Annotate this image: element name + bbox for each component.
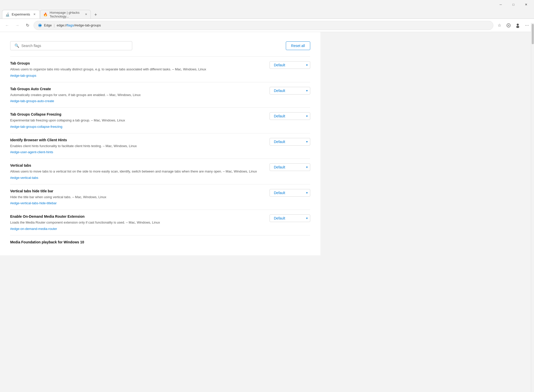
flags-container: Tab GroupsAllows users to organize tabs … (10, 56, 310, 250)
favorites-icon[interactable]: ☆ (495, 21, 503, 29)
main-content: 🔍 Reset all Tab GroupsAllows users to or… (0, 32, 320, 255)
edge-logo-icon (38, 23, 42, 27)
flag-select-wrapper-tab-groups-auto-create: DefaultEnabledDisabled▾ (270, 87, 310, 95)
flag-link-vertical-tabs-hide-titlebar[interactable]: #edge-vertical-tabs-hide-titlebar (10, 201, 57, 205)
reload-button[interactable]: ↻ (23, 21, 32, 29)
url-text: edge://flags/#edge-tab-groups (57, 23, 489, 27)
flag-item-identify-browser-client-hints: Identify Browser with Client HintsEnable… (10, 133, 310, 159)
flag-select-tab-groups-collapse-freezing[interactable]: DefaultEnabledDisabled (270, 112, 310, 120)
flag-info-on-demand-media-router: Enable On-Demand Media Router ExtensionL… (10, 214, 263, 231)
flag-title-tab-groups-collapse-freezing: Tab Groups Collapse Freezing (10, 112, 263, 116)
url-brand: Edge (44, 23, 52, 27)
flag-item-tab-groups-auto-create: Tab Groups Auto CreateAutomatically crea… (10, 82, 310, 108)
flag-select-wrapper-vertical-tabs-hide-titlebar: DefaultEnabledDisabled▾ (270, 189, 310, 197)
flag-item-vertical-tabs: Vertical tabsAllows users to move tabs t… (10, 159, 310, 184)
collections-icon[interactable] (505, 21, 513, 29)
search-input[interactable] (21, 44, 128, 48)
flag-desc-on-demand-media-router: Loads the Media Router component extensi… (10, 220, 263, 225)
address-bar: ← → ↻ Edge | edge://flags/#edge-tab-grou… (0, 19, 534, 32)
tab-ghacks-close[interactable]: ✕ (84, 12, 87, 17)
flag-item-vertical-tabs-hide-titlebar: Vertical tabs hide title barHide the tit… (10, 184, 310, 210)
tab-experiments-label: Experiments (12, 12, 30, 16)
url-bar[interactable]: Edge | edge://flags/#edge-tab-groups (34, 21, 493, 30)
forward-button[interactable]: → (13, 21, 21, 29)
svg-point-4 (516, 26, 519, 28)
tab-ghacks-label: Homepage | gHacks Technology... (50, 11, 82, 18)
flag-info-tab-groups-collapse-freezing: Tab Groups Collapse FreezingExperimental… (10, 112, 263, 129)
flag-select-tab-groups-auto-create[interactable]: DefaultEnabledDisabled (270, 87, 310, 95)
minimize-button[interactable]: ─ (495, 0, 507, 9)
flag-info-vertical-tabs: Vertical tabsAllows users to move tabs t… (10, 163, 263, 180)
maximize-button[interactable]: □ (508, 0, 519, 9)
flag-link-tab-groups-auto-create[interactable]: #edge-tab-groups-auto-create (10, 99, 54, 103)
flag-desc-identify-browser-client-hints: Enables client hints functionality to fa… (10, 144, 263, 149)
flag-title-tab-groups: Tab Groups (10, 61, 263, 65)
flag-select-wrapper-identify-browser-client-hints: DefaultEnabledDisabled▾ (270, 138, 310, 146)
tab-experiments-close[interactable]: ✕ (32, 12, 37, 17)
flag-info-tab-groups: Tab GroupsAllows users to organize tabs … (10, 61, 263, 77)
search-box: 🔍 (10, 41, 132, 50)
flag-title-on-demand-media-router: Enable On-Demand Media Router Extension (10, 214, 263, 218)
flag-desc-vertical-tabs-hide-titlebar: Hide the title bar when using vertical t… (10, 195, 263, 200)
search-area: 🔍 Reset all (10, 37, 310, 56)
flag-title-vertical-tabs: Vertical tabs (10, 163, 263, 167)
close-button[interactable]: ✕ (520, 0, 532, 9)
title-bar: ─ □ ✕ (0, 0, 534, 9)
flag-select-on-demand-media-router[interactable]: DefaultEnabledDisabled (270, 214, 310, 222)
tab-experiments[interactable]: 🔬 Experiments ✕ (2, 10, 40, 19)
flag-info-media-foundation-playback-win10: Media Foundation playback for Windows 10 (10, 240, 310, 246)
flag-link-tab-groups[interactable]: #edge-tab-groups (10, 74, 36, 77)
flag-title-identify-browser-client-hints: Identify Browser with Client Hints (10, 138, 263, 142)
flag-info-identify-browser-client-hints: Identify Browser with Client HintsEnable… (10, 138, 263, 154)
address-bar-right: ☆ ⋯ (495, 21, 531, 29)
flag-select-wrapper-vertical-tabs: DefaultEnabledDisabled▾ (270, 163, 310, 171)
tab-ghacks-icon: 🔥 (43, 12, 48, 17)
scrollbar-thumb (532, 24, 534, 44)
flag-item-on-demand-media-router: Enable On-Demand Media Router ExtensionL… (10, 210, 310, 235)
flag-info-tab-groups-auto-create: Tab Groups Auto CreateAutomatically crea… (10, 87, 263, 103)
reset-all-button[interactable]: Reset all (286, 41, 310, 50)
flag-desc-vertical-tabs: Allows users to move tabs to a vertical … (10, 169, 263, 174)
flag-select-tab-groups[interactable]: DefaultEnabledDisabled (270, 61, 310, 69)
scrollbar[interactable] (531, 23, 534, 255)
tab-bar: 🔬 Experiments ✕ 🔥 Homepage | gHacks Tech… (0, 9, 534, 19)
flag-item-media-foundation-playback-win10: Media Foundation playback for Windows 10 (10, 235, 310, 250)
flag-desc-tab-groups-collapse-freezing: Experimental tab freezing upon collapsin… (10, 118, 263, 123)
svg-point-2 (508, 25, 509, 26)
flag-select-identify-browser-client-hints[interactable]: DefaultEnabledDisabled (270, 138, 310, 146)
tab-ghacks[interactable]: 🔥 Homepage | gHacks Technology... ✕ (40, 10, 91, 19)
flag-link-on-demand-media-router[interactable]: #edge-on-demand-media-router (10, 227, 57, 231)
svg-point-3 (517, 24, 519, 26)
page-layout: 🔍 Reset all Tab GroupsAllows users to or… (0, 32, 534, 255)
settings-icon[interactable]: ⋯ (523, 21, 531, 29)
flag-title-tab-groups-auto-create: Tab Groups Auto Create (10, 87, 263, 91)
url-flags: flags (67, 23, 74, 27)
flag-desc-tab-groups: Allows users to organize tabs into visua… (10, 67, 263, 72)
flag-title-vertical-tabs-hide-titlebar: Vertical tabs hide title bar (10, 189, 263, 193)
flag-select-vertical-tabs[interactable]: DefaultEnabledDisabled (270, 163, 310, 171)
flag-item-tab-groups: Tab GroupsAllows users to organize tabs … (10, 56, 310, 82)
flag-desc-tab-groups-auto-create: Automatically creates groups for users, … (10, 92, 263, 98)
flag-title-media-foundation-playback-win10: Media Foundation playback for Windows 10 (10, 240, 310, 244)
profile-icon[interactable] (514, 21, 522, 29)
flag-select-wrapper-on-demand-media-router: DefaultEnabledDisabled▾ (270, 214, 310, 222)
tab-experiments-icon: 🔬 (5, 12, 10, 17)
flag-select-wrapper-tab-groups-collapse-freezing: DefaultEnabledDisabled▾ (270, 112, 310, 120)
flag-item-tab-groups-collapse-freezing: Tab Groups Collapse FreezingExperimental… (10, 107, 310, 133)
flag-select-wrapper-tab-groups: DefaultEnabledDisabled▾ (270, 61, 310, 69)
flag-link-identify-browser-client-hints[interactable]: #edge-user-agent-client-hints (10, 150, 53, 154)
flag-link-tab-groups-collapse-freezing[interactable]: #edge-tab-groups-collapse-freezing (10, 125, 62, 129)
window-controls: ─ □ ✕ (495, 0, 532, 9)
search-icon: 🔍 (14, 43, 19, 48)
back-button[interactable]: ← (3, 21, 11, 29)
flag-select-vertical-tabs-hide-titlebar[interactable]: DefaultEnabledDisabled (270, 189, 310, 197)
flag-link-vertical-tabs[interactable]: #edge-vertical-tabs (10, 176, 38, 180)
flag-info-vertical-tabs-hide-titlebar: Vertical tabs hide title barHide the tit… (10, 189, 263, 205)
new-tab-button[interactable]: + (92, 11, 99, 19)
url-separator: | (54, 23, 55, 27)
